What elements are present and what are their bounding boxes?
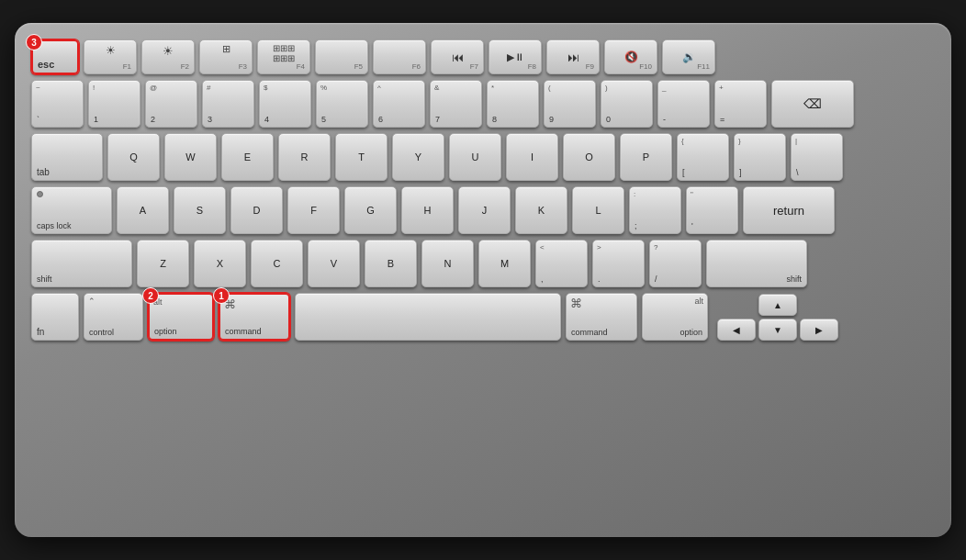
key-1[interactable]: ! 1 — [88, 80, 140, 128]
key-f5[interactable]: F5 — [315, 39, 368, 74]
key-w[interactable]: W — [164, 133, 217, 181]
key-f1[interactable]: ☀ F1 — [84, 39, 137, 74]
key-command-left[interactable]: 1 ⌘ command — [219, 293, 290, 341]
key-quote[interactable]: " ' — [686, 186, 738, 234]
arrow-key-group: ▲ ◀ ▼ ▶ — [717, 294, 838, 341]
key-arrow-right[interactable]: ▶ — [800, 319, 838, 341]
key-x[interactable]: X — [194, 240, 246, 287]
key-f10[interactable]: 🔇 F10 — [604, 39, 657, 74]
key-9[interactable]: ( 9 — [544, 80, 596, 128]
badge-1: 1 — [213, 287, 230, 304]
key-t[interactable]: T — [335, 133, 388, 181]
zxcv-row: shift Z X C V B N M < , > . ? / shift — [31, 240, 935, 287]
caps-indicator — [37, 191, 43, 197]
badge-3: 3 — [26, 34, 42, 50]
key-f2[interactable]: ☀ F2 — [141, 39, 195, 74]
key-period[interactable]: > . — [592, 240, 645, 287]
key-b[interactable]: B — [365, 240, 417, 287]
key-f[interactable]: F — [287, 186, 340, 234]
key-0[interactable]: ) 0 — [601, 80, 653, 128]
key-f8[interactable]: ▶⏸ F8 — [489, 39, 542, 74]
key-8[interactable]: * 8 — [487, 80, 539, 128]
qwerty-row: tab Q W E R T Y U I O P { [ } ] | \ — [31, 133, 935, 181]
key-backslash[interactable]: | \ — [791, 133, 843, 181]
key-e[interactable]: E — [221, 133, 274, 181]
key-comma[interactable]: < , — [535, 240, 588, 287]
key-space[interactable] — [295, 293, 561, 341]
key-7[interactable]: & 7 — [430, 80, 482, 128]
key-capslock[interactable]: caps lock — [31, 186, 112, 234]
key-control[interactable]: ⌃ control — [84, 293, 143, 341]
key-j[interactable]: J — [458, 186, 511, 234]
key-f3[interactable]: ⊞ F3 — [199, 39, 253, 74]
key-p[interactable]: P — [620, 133, 672, 181]
key-5[interactable]: % 5 — [316, 80, 368, 128]
key-y[interactable]: Y — [392, 133, 444, 181]
key-option-left[interactable]: 2 alt option — [148, 293, 214, 341]
key-h[interactable]: H — [401, 186, 454, 234]
key-s[interactable]: S — [174, 186, 226, 234]
key-f11[interactable]: 🔉 F11 — [662, 39, 715, 74]
key-tab[interactable]: tab — [31, 133, 103, 181]
key-slash[interactable]: ? / — [649, 240, 702, 287]
key-return[interactable]: return — [743, 186, 835, 234]
key-shift-right[interactable]: shift — [706, 240, 807, 287]
key-2[interactable]: @ 2 — [145, 80, 197, 128]
asdf-row: caps lock A S D F G H J K L : ; " ' retu… — [31, 186, 935, 234]
key-arrow-left[interactable]: ◀ — [717, 319, 756, 341]
key-backspace[interactable]: ⌫ — [771, 80, 854, 128]
key-r[interactable]: R — [278, 133, 331, 181]
key-fn[interactable]: fn — [31, 293, 79, 341]
esc-label: esc — [38, 59, 54, 70]
key-o[interactable]: O — [563, 133, 615, 181]
key-semicolon[interactable]: : ; — [629, 186, 681, 234]
key-option-right[interactable]: alt option — [642, 293, 708, 341]
key-l[interactable]: L — [572, 186, 624, 234]
key-shift-left[interactable]: shift — [31, 240, 132, 287]
key-arrow-up[interactable]: ▲ — [758, 294, 797, 316]
key-n[interactable]: N — [421, 240, 474, 287]
key-f4[interactable]: ⊞⊞⊞⊞⊞⊞ F4 — [257, 39, 310, 74]
key-a[interactable]: A — [117, 186, 169, 234]
key-c[interactable]: C — [251, 240, 303, 287]
key-equals[interactable]: + = — [714, 80, 767, 128]
key-backtick[interactable]: ~ ` — [31, 80, 84, 128]
keyboard: 3 esc ☀ F1 ☀ F2 ⊞ F3 ⊞⊞⊞⊞⊞⊞ F4 F5 F6 ⏮ F… — [15, 23, 951, 537]
key-i[interactable]: I — [506, 133, 558, 181]
key-esc[interactable]: 3 esc — [31, 39, 79, 74]
key-d[interactable]: D — [230, 186, 283, 234]
key-m[interactable]: M — [478, 240, 531, 287]
key-f7[interactable]: ⏮ F7 — [431, 39, 484, 74]
key-f6[interactable]: F6 — [373, 39, 426, 74]
key-6[interactable]: ^ 6 — [373, 80, 425, 128]
key-bracket-right[interactable]: } ] — [734, 133, 786, 181]
key-v[interactable]: V — [308, 240, 360, 287]
key-4[interactable]: $ 4 — [259, 80, 311, 128]
key-3[interactable]: # 3 — [202, 80, 254, 128]
key-command-right[interactable]: ⌘ command — [566, 293, 637, 341]
key-arrow-down[interactable]: ▼ — [758, 319, 797, 341]
number-row: ~ ` ! 1 @ 2 # 3 $ 4 % 5 ^ 6 & 7 — [31, 80, 935, 128]
bottom-row: fn ⌃ control 2 alt option 1 ⌘ command ⌘ … — [31, 293, 935, 341]
key-minus[interactable]: _ - — [657, 80, 710, 128]
key-g[interactable]: G — [344, 186, 397, 234]
key-bracket-left[interactable]: { [ — [677, 133, 729, 181]
badge-2: 2 — [142, 287, 159, 304]
key-z[interactable]: Z — [137, 240, 189, 287]
key-k[interactable]: K — [515, 186, 567, 234]
key-u[interactable]: U — [449, 133, 501, 181]
key-q[interactable]: Q — [107, 133, 160, 181]
fn-row: 3 esc ☀ F1 ☀ F2 ⊞ F3 ⊞⊞⊞⊞⊞⊞ F4 F5 F6 ⏮ F… — [31, 39, 935, 74]
key-f9[interactable]: ⏭ F9 — [546, 39, 600, 74]
